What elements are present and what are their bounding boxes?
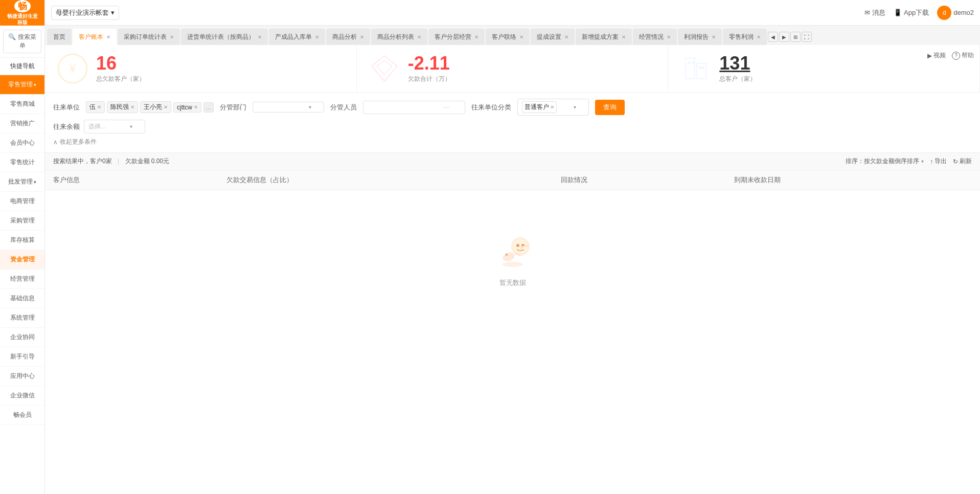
help-button[interactable]: ? 帮助 — [952, 51, 974, 60]
tab-close-icon[interactable]: ✕ — [170, 34, 174, 40]
filter-balance-select[interactable]: 选择... ▾ — [84, 120, 145, 133]
svg-point-13 — [516, 244, 519, 247]
filter-tags-more-button[interactable]: ... — [203, 102, 214, 113]
app-download-button[interactable]: 📱 App下载 — [894, 8, 929, 17]
chevron-down-icon: ▾ — [921, 159, 924, 164]
sidebar-item-retail-mgmt[interactable]: 零售管理 ▾ — [0, 75, 44, 95]
tab-production-inbound[interactable]: 产成品入库单 ✕ — [269, 29, 325, 45]
tab-home[interactable]: 首页 — [47, 29, 72, 45]
collapse-button[interactable]: ∧ 收起更多条件 — [53, 138, 97, 146]
tab-expand-button[interactable]: ⊞ — [790, 32, 801, 42]
filter-label-person: 分管人员 — [330, 103, 357, 112]
svg-text:¥: ¥ — [69, 61, 76, 75]
tab-purchase-order[interactable]: 采购订单统计表 ✕ — [118, 29, 180, 45]
tab-customer-contact[interactable]: 客户联络 ✕ — [486, 29, 530, 45]
sidebar-item-app-center[interactable]: 应用中心 — [0, 367, 44, 386]
sidebar-item-retail-mall[interactable]: 零售商城 — [0, 95, 44, 114]
account-selector[interactable]: 母婴行业演示帐套 ▾ — [51, 6, 119, 20]
tab-retail-profit[interactable]: 零售利润 ✕ — [723, 29, 767, 45]
sidebar-item-finance-mgmt[interactable]: 资金管理 — [0, 250, 44, 270]
tag-close-cjttcw[interactable]: ✕ — [194, 104, 198, 110]
stat-debtors-value: 16 — [96, 54, 145, 73]
tab-close-icon[interactable]: ✕ — [712, 34, 716, 40]
sidebar-item-label: 库存核算 — [10, 236, 35, 243]
stat-total-customers-value[interactable]: 131 — [719, 54, 756, 73]
sidebar-item-purchase-mgmt[interactable]: 采购管理 — [0, 211, 44, 231]
tab-label: 利润报告 — [684, 33, 709, 41]
sidebar-item-label: 电商管理 — [10, 197, 35, 205]
stat-card-debtors: ¥ 16 总欠款客户（家） — [45, 45, 357, 92]
tab-product-analysis[interactable]: 商品分析 ✕ — [326, 29, 370, 45]
sidebar-item-retail-stats[interactable]: 零售统计 — [0, 153, 44, 172]
sidebar-item-ecommerce-mgmt[interactable]: 电商管理 — [0, 192, 44, 211]
sidebar-item-wechat-work[interactable]: 企业微信 — [0, 386, 44, 406]
empty-row: 暂无数据 — [45, 190, 980, 329]
sidebar-item-wholesale-mgmt[interactable]: 批发管理 ▾ — [0, 172, 44, 192]
app-download-label: App下载 — [904, 8, 929, 17]
quick-nav-label[interactable]: 快捷导航 — [3, 62, 41, 71]
sidebar-item-inventory[interactable]: 库存核算 — [0, 231, 44, 250]
empty-text: 暂无数据 — [499, 278, 526, 287]
sidebar-item-enterprise-collab[interactable]: 企业协同 — [0, 328, 44, 347]
tab-close-icon[interactable]: ✕ — [667, 34, 671, 40]
tag-close-chen[interactable]: ✕ — [130, 104, 134, 110]
sort-selector[interactable]: 排序：按欠款金额倒序排序 ▾ — [846, 157, 924, 166]
filter-person-select[interactable]: ⋯ — [363, 101, 465, 114]
user-profile[interactable]: d demo2 — [937, 6, 974, 20]
tab-inbound-stats[interactable]: 进货单统计表（按商品） ✕ — [181, 29, 268, 45]
tab-product-analysis-list[interactable]: 商品分析列表 ✕ — [371, 29, 427, 45]
stat-debtors-label: 总欠款客户（家） — [96, 75, 145, 83]
tab-close-icon[interactable]: ✕ — [564, 34, 568, 40]
table-header: 客户信息 欠款交易信息（占比） 回款情况 到期未收款日期 — [45, 170, 980, 190]
tab-customer-ledger[interactable]: 客户账本 ✕ — [73, 29, 117, 45]
query-button[interactable]: 查询 — [595, 100, 625, 115]
tab-next-button[interactable]: ▶ — [779, 32, 789, 42]
tab-fullscreen-button[interactable]: ⛶ — [802, 32, 812, 42]
sidebar-item-operation-mgmt[interactable]: 经营管理 — [0, 270, 44, 289]
sidebar-item-newbie-guide[interactable]: 新手引导 — [0, 347, 44, 367]
message-button[interactable]: ✉ 消息 — [864, 8, 885, 17]
tab-close-icon[interactable]: ✕ — [258, 34, 262, 40]
sidebar-item-marketing[interactable]: 营销推广 — [0, 114, 44, 133]
search-menu-button[interactable]: 🔍 搜索菜单 — [3, 30, 41, 53]
tab-close-icon[interactable]: ✕ — [474, 34, 478, 40]
tag-close-wu[interactable]: ✕ — [97, 104, 101, 110]
export-button[interactable]: ↑ 导出 — [930, 157, 947, 166]
export-label: 导出 — [935, 157, 947, 166]
tab-label: 零售利润 — [729, 33, 754, 41]
tab-close-icon[interactable]: ✕ — [622, 34, 626, 40]
sidebar: 畅 畅捷通好生意标版 🔍 搜索菜单 快捷导航 零售管理 ▾ 零售商城 营销推广 … — [0, 0, 45, 494]
chevron-down-icon: ▾ — [309, 104, 311, 110]
collapse-label: 收起更多条件 — [60, 138, 97, 146]
sidebar-item-member-center[interactable]: 会员中心 — [0, 133, 44, 153]
tag-close-classification[interactable]: ✕ — [550, 104, 554, 110]
video-help-button[interactable]: ▶ 视频 — [927, 51, 946, 60]
sidebar-item-system-mgmt[interactable]: 系统管理 — [0, 308, 44, 328]
help-label: 帮助 — [962, 51, 974, 60]
tab-close-icon[interactable]: ✕ — [315, 34, 319, 40]
refresh-button[interactable]: ↻ 刷新 — [953, 157, 972, 166]
tab-close-icon[interactable]: ✕ — [360, 34, 364, 40]
filter-section: 往来单位 伍 ✕ 陈民强 ✕ 王小亮 ✕ cjttcw — [45, 93, 980, 153]
sidebar-quick-nav[interactable]: 快捷导航 — [0, 58, 44, 75]
tag-text: 陈民强 — [110, 103, 129, 111]
sidebar-item-chang-member[interactable]: 畅会员 — [0, 406, 44, 425]
tab-profit-report[interactable]: 利润报告 ✕ — [678, 29, 722, 45]
filter-dept-select[interactable]: ▾ — [253, 102, 324, 113]
tab-close-icon[interactable]: ✕ — [757, 34, 761, 40]
tab-close-icon[interactable]: ✕ — [417, 34, 421, 40]
sidebar-item-basic-info[interactable]: 基础信息 — [0, 289, 44, 308]
tab-add-commission[interactable]: 新增提成方案 ✕ — [576, 29, 632, 45]
message-label: 消息 — [872, 8, 885, 17]
tab-close-icon[interactable]: ✕ — [106, 34, 110, 40]
sidebar-search[interactable]: 🔍 搜索菜单 — [0, 26, 44, 58]
tab-operation-status[interactable]: 经营情况 ✕ — [633, 29, 677, 45]
tag-close-wang[interactable]: ✕ — [164, 104, 168, 110]
filter-classification-select[interactable]: 普通客户 ✕ ▾ — [517, 99, 589, 116]
tab-commission-settings[interactable]: 提成设置 ✕ — [531, 29, 575, 45]
tab-prev-button[interactable]: ◀ — [768, 32, 778, 42]
sidebar-item-label: 系统管理 — [10, 314, 35, 321]
tab-close-icon[interactable]: ✕ — [519, 34, 523, 40]
tab-customer-layered[interactable]: 客户分层经营 ✕ — [428, 29, 485, 45]
page-top-right: ▶ 视频 ? 帮助 — [927, 51, 974, 60]
